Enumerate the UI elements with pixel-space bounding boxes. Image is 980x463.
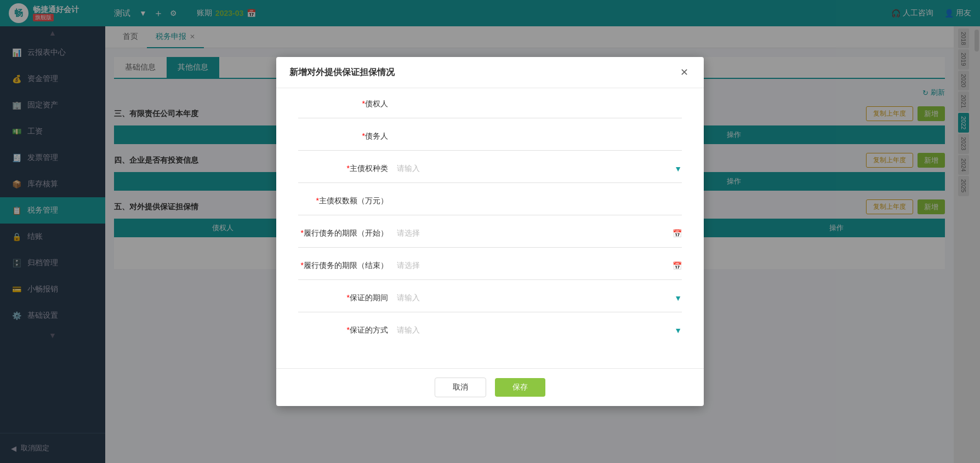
claim-amount-required-mark: *	[316, 196, 319, 205]
claim-amount-input[interactable]	[397, 197, 682, 205]
guarantee-method-field[interactable]: 请输入 ▼	[397, 325, 682, 335]
modal-footer: 取消 保存	[276, 368, 704, 406]
claim-type-chevron-icon: ▼	[674, 164, 682, 173]
modal-overlay: 新增对外提供保证担保情况 ✕ *债权人 *债务人	[0, 0, 980, 463]
save-button[interactable]: 保存	[495, 378, 545, 397]
guarantee-method-label: *保证的方式	[298, 325, 397, 335]
guarantee-period-required-mark: *	[347, 293, 350, 302]
creditor-field	[397, 100, 682, 108]
period-start-label: *履行债务的期限（开始）	[298, 228, 397, 238]
claim-type-label: *主债权种类	[298, 164, 397, 174]
creditor-input[interactable]	[397, 100, 682, 108]
debtor-field	[397, 132, 682, 141]
modal-header: 新增对外提供保证担保情况 ✕	[276, 57, 704, 88]
period-end-placeholder: 请选择	[397, 261, 420, 271]
modal-dialog: 新增对外提供保证担保情况 ✕ *债权人 *债务人	[276, 57, 704, 406]
form-row-period-end: *履行债务的期限（结束） 请选择 📅	[298, 261, 682, 280]
form-row-claim-type: *主债权种类 请输入 ▼	[298, 164, 682, 183]
modal-close-btn[interactable]: ✕	[677, 66, 691, 79]
modal-title: 新增对外提供保证担保情况	[289, 67, 395, 78]
claim-amount-label: *主债权数额（万元）	[298, 196, 397, 206]
claim-type-placeholder: 请输入	[397, 164, 420, 174]
guarantee-period-chevron-icon: ▼	[674, 294, 682, 302]
form-row-creditor: *债权人	[298, 99, 682, 118]
debtor-required-mark: *	[362, 132, 365, 140]
guarantee-method-chevron-icon: ▼	[674, 326, 682, 335]
period-end-label: *履行债务的期限（结束）	[298, 261, 397, 271]
form-row-guarantee-method: *保证的方式 请输入 ▼	[298, 325, 682, 344]
guarantee-period-field[interactable]: 请输入 ▼	[397, 293, 682, 303]
guarantee-period-label: *保证的期间	[298, 293, 397, 303]
modal-body: *债权人 *债务人 *主债权种类	[276, 88, 704, 368]
guarantee-method-placeholder: 请输入	[397, 325, 420, 335]
claim-type-field[interactable]: 请输入 ▼	[397, 164, 682, 174]
period-start-calendar-icon: 📅	[673, 229, 682, 238]
form-row-debtor: *债务人	[298, 132, 682, 151]
debtor-label: *债务人	[298, 132, 397, 141]
period-start-required-mark: *	[301, 228, 304, 237]
creditor-label: *债权人	[298, 99, 397, 109]
period-end-calendar-icon: 📅	[673, 261, 682, 270]
period-start-field[interactable]: 请选择 📅	[397, 228, 682, 238]
guarantee-method-required-mark: *	[347, 325, 350, 334]
cancel-button[interactable]: 取消	[435, 378, 486, 397]
form-row-period-start: *履行债务的期限（开始） 请选择 📅	[298, 228, 682, 248]
claim-amount-field	[397, 197, 682, 205]
period-end-required-mark: *	[301, 261, 304, 270]
period-end-field[interactable]: 请选择 📅	[397, 261, 682, 271]
debtor-input[interactable]	[397, 132, 682, 141]
form-row-claim-amount: *主债权数额（万元）	[298, 196, 682, 215]
period-start-placeholder: 请选择	[397, 228, 420, 238]
claim-type-required-mark: *	[347, 164, 350, 173]
form-row-guarantee-period: *保证的期间 请输入 ▼	[298, 293, 682, 312]
guarantee-period-placeholder: 请输入	[397, 293, 420, 303]
creditor-required-mark: *	[362, 99, 365, 108]
